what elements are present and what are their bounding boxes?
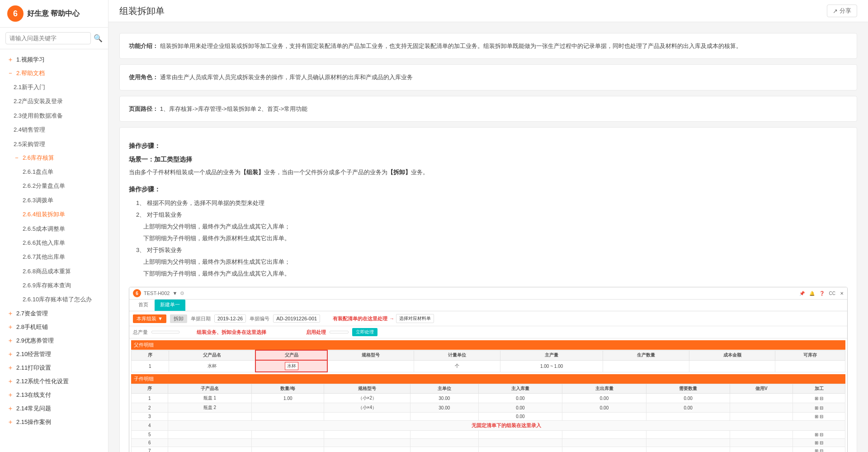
step-2-text: 对于组装业务 [147, 211, 182, 218]
td-sub-process-1: ⊞ ⊟ [793, 394, 845, 403]
table-sub-row-7: 7 ⊞ ⊟ [132, 447, 845, 452]
share-button[interactable]: ↗ 分享 [827, 5, 857, 17]
nav-section-2-11[interactable]: ＋ 2.11打印设置 [0, 361, 108, 375]
confirm-btn[interactable]: 立即处理 [352, 328, 377, 336]
nav-section-2-10[interactable]: ＋ 2.10经营管理 [0, 347, 108, 361]
td-sub-col7-6 [646, 439, 730, 447]
th-sub-main-unit: 主单位 [410, 384, 479, 394]
td-sub-col-6 [168, 439, 252, 447]
step-1-text: 根据不同的业务，选择不同单据的类型来处理 [147, 200, 264, 206]
nav-section-2-15[interactable]: ＋ 2.15操作案例 [0, 415, 108, 429]
nav-sub-2-6-7[interactable]: 2.6.7其他出库单 [0, 250, 108, 264]
nav-sub-2-5[interactable]: 2.5采购管理 [0, 137, 108, 151]
form-no-label: 单据编号 [250, 315, 269, 322]
td-sub-col9-5: ⊞ ⊟ [793, 431, 845, 439]
nav-section-2-6[interactable]: － 2.6库存核算 [0, 151, 108, 165]
nav-section-2-12[interactable]: ＋ 2.12系统个性化设置 [0, 375, 108, 388]
path-block: 页面路径： 1、库存核算->库存管理->组装拆卸单 2、首页->常用功能 [119, 96, 857, 122]
search-input[interactable] [5, 32, 91, 44]
table-parent: 序 父产品名 父产品 规格型号 计量单位 主产量 生产数量 成本金额 可库存 [131, 350, 845, 372]
form-type-row: 总产量 组装业务、拆卸业务在这里选择 启用处理 立即处理 [129, 326, 847, 338]
annotation-1-text: 有装配清单的在这里处理 [333, 315, 387, 322]
app-screenshot: 6 TEST-H002 ▼ ⚙ 📌 🔔 ❓ CC ✕ 首页 [129, 287, 848, 452]
annotation-4-text: 无固定清单下的组装在这里录入 [472, 423, 541, 428]
enable-input[interactable] [330, 331, 349, 333]
table-sub-row-2: 2 瓶盖 2 （小×4） 30.00 0.00 0.00 0.00 ⊞ ⊟ [132, 403, 845, 413]
table-area: 父件明细 序 父产品名 父产品 规格型号 计量单位 主产量 生产数量 [129, 338, 847, 452]
app-tab-new[interactable]: 新建单一 [155, 300, 185, 311]
nav-sub-2-1[interactable]: 2.1新手入门 [0, 80, 108, 94]
table-sub-row-3: 3 0.00 ⊞ ⊟ [132, 413, 845, 421]
nav-sub-2-6-1[interactable]: 2.6.1盘点单 [0, 165, 108, 179]
td-sub-seq-1: 1 [132, 394, 168, 403]
td-sub-seq-4: 4 [132, 421, 168, 431]
nav-section-2-7[interactable]: ＋ 2.7资金管理 [0, 307, 108, 320]
logo-icon: 6 [7, 5, 24, 22]
td-sub-qty-per-2 [252, 403, 324, 413]
nav-section-2[interactable]: － 2.帮助文档 [0, 67, 108, 80]
role-block: 使用角色： 通常由生产人员或库管人员完成拆装业务的操作，库管人员确认原材料的出库… [119, 64, 857, 90]
nav-section-2-9[interactable]: ＋ 2.9优惠券管理 [0, 334, 108, 347]
nav-sub-2-6-9[interactable]: 2.6.9库存账本查询 [0, 278, 108, 292]
td-sub-qty-per-1: 1.00 [252, 394, 324, 403]
nav-sub-2-6-2[interactable]: 2.6.2分量盘点单 [0, 179, 108, 193]
main-content: 组装拆卸单 ↗ 分享 功能介绍： 组装拆卸单用来处理企业组装或拆卸等加工业务，支… [108, 0, 868, 452]
nav-sub-2-6-10[interactable]: 2.6.10库存账本错了怎么办 [0, 292, 108, 306]
nav-sub-2-6-4[interactable]: 2.6.4组装拆卸单 [0, 207, 108, 221]
th-sub-out-qty: 主出库量 [562, 384, 646, 394]
content-area: 功能介绍： 组装拆卸单用来处理企业组装或拆卸等加工业务，支持有固定装配清单的产品… [108, 22, 868, 452]
td-sub-col4-7 [410, 447, 479, 452]
nav-sub-2-6-3[interactable]: 2.6.3调拨单 [0, 193, 108, 207]
td-prod-qty-1 [603, 360, 689, 372]
expand-icon-2-15: ＋ [7, 418, 14, 426]
td-sub-col8-7 [730, 447, 793, 452]
sub-step-3-1: 上部明细为父件明细，最终作为原材料生成其它出库单； [143, 256, 848, 268]
qty-input[interactable] [151, 331, 179, 333]
table-sub-row-5: 5 ⊞ ⊟ [132, 431, 845, 439]
nav-section-2-14[interactable]: ＋ 2.14常见问题 [0, 402, 108, 415]
td-sub-in-qty-3: 0.00 [478, 413, 562, 421]
td-unit-1: 个 [414, 360, 500, 372]
form-btn-type[interactable]: 本库组装 ▼ [133, 314, 166, 323]
step-3-num: 3、 [136, 247, 145, 253]
td-sub-qty-per-3 [252, 413, 324, 421]
table-row: 1 水杯 水杯 个 1.00 ~ 1.00 [132, 360, 845, 372]
product-input-1[interactable]: 水杯 [285, 362, 298, 370]
table-sub: 序 子产品名 数量/每 规格型号 主单位 主入库量 主出库量 需要数量 做用V … [131, 384, 845, 452]
th-sub-spec: 规格型号 [324, 384, 410, 394]
td-sub-main-unit-2: 30.00 [410, 403, 479, 413]
scenario1-desc: 当由多个子件材料组装成一个成品的业务为【组装】业务，当由一个父件拆分成多个子产品… [129, 167, 848, 178]
td-sub-col9-7: ⊞ ⊟ [793, 447, 845, 452]
form-btn-copy[interactable]: 拆卸 [170, 314, 187, 323]
th-parent-name: 父产品名 [169, 350, 255, 360]
th-avail: 可库存 [775, 350, 845, 360]
td-name-1: 水杯 [169, 360, 255, 372]
search-box: 🔍 [0, 28, 108, 49]
expand-icon-2-13: ＋ [7, 391, 14, 399]
nav-sub-2-6-5[interactable]: 2.6.5成本调整单 [0, 222, 108, 236]
search-button[interactable]: 🔍 [94, 34, 103, 43]
table-sub-row-4: 4 无固定清单下的组装在这里录入 [132, 421, 845, 431]
table-sub-title: 子件明细 [134, 376, 154, 382]
nav-sub-2-3[interactable]: 2.3使用前数据准备 [0, 109, 108, 123]
td-sub-name-2: 瓶盖 2 [168, 403, 252, 413]
table-sub-orange-header: 子件明细 [131, 374, 845, 384]
callout-btn[interactable]: 选择对应材料单 [396, 314, 434, 323]
td-sub-col2-5 [252, 431, 324, 439]
nav-sub-2-2[interactable]: 2.2产品安装及登录 [0, 94, 108, 108]
td-sub-seq-7: 7 [132, 447, 168, 452]
form-header: 本库组装 ▼ 拆卸 单据日期 2019-12-26 单据编号 AD-201912… [129, 311, 847, 326]
td-main-qty-1: 1.00 ~ 1.00 [500, 360, 603, 372]
app-tab-home[interactable]: 首页 [133, 300, 154, 311]
td-sub-name-1: 瓶盖 1 [168, 394, 252, 403]
nav-sub-2-6-8[interactable]: 2.6.8商品成本重算 [0, 264, 108, 278]
step-1-num: 1、 [136, 200, 145, 206]
nav-section-1[interactable]: ＋ 1.视频学习 [0, 53, 108, 67]
nav-section-2-13[interactable]: ＋ 2.13在线支付 [0, 388, 108, 402]
expand-icon-2-9: ＋ [7, 337, 14, 345]
expand-icon-2-14: ＋ [7, 404, 14, 413]
td-avail-1 [775, 360, 845, 372]
nav-section-2-8[interactable]: ＋ 2.8手机旺铺 [0, 320, 108, 334]
nav-sub-2-4[interactable]: 2.4销售管理 [0, 123, 108, 137]
nav-sub-2-6-6[interactable]: 2.6.6其他入库单 [0, 236, 108, 250]
